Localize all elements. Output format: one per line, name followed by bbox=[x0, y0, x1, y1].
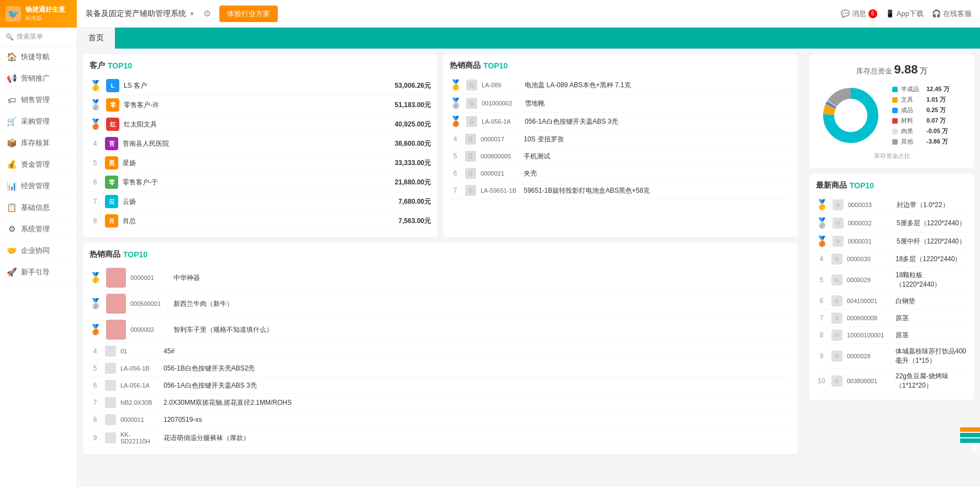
sidebar-search[interactable]: 🔍 搜索菜单 bbox=[0, 28, 77, 46]
chart-label: 库存资金占比 bbox=[818, 152, 966, 160]
product-img-small: G bbox=[831, 313, 842, 324]
product-code: 000800005 bbox=[481, 153, 519, 160]
float-cs-btn-0[interactable]: 客服热线 bbox=[960, 427, 980, 432]
product-image bbox=[106, 294, 126, 314]
customer-amount: 40,925.00元 bbox=[395, 120, 431, 129]
app-download-label: App下载 bbox=[897, 9, 924, 19]
product-code: 004100001 bbox=[847, 298, 891, 304]
legend-label: 其他 bbox=[901, 137, 923, 146]
customer-amount: 33,333.00元 bbox=[395, 158, 431, 168]
sidebar-item-销售管理[interactable]: 🏷销售管理 bbox=[0, 89, 77, 111]
hot-sales-row: 4 01 45# bbox=[89, 343, 791, 360]
product-img-small: G bbox=[831, 375, 842, 387]
product-name: 白钢垫 bbox=[895, 297, 968, 306]
product-code: 0000002 bbox=[130, 326, 169, 333]
product-code: 0000021 bbox=[481, 170, 519, 177]
bronze-medal-icon: 🥉 bbox=[450, 115, 462, 128]
product-code: 0000033 bbox=[848, 202, 892, 208]
customer-rank-row: 🥈 零 零售客户-许 51,183.00元 bbox=[89, 96, 431, 115]
legend-label: 文具 bbox=[901, 96, 923, 104]
rank-number: 7 bbox=[450, 185, 461, 196]
legend-label: 成品 bbox=[901, 106, 923, 114]
main-wrapper: 装备及固定资产辅助管理系统 ▼ ⚙ 体验行业方案 💬 消息 6 📱 App下载 … bbox=[77, 0, 980, 487]
hot-sales-row: 5 LA-056-1B 056-1B白色按键开关壳ABS2壳 bbox=[89, 360, 791, 377]
customer-rank-row: 5 星 星扬 33,333.00元 bbox=[89, 153, 431, 173]
message-item[interactable]: 💬 消息 6 bbox=[841, 9, 877, 19]
newest-product-row: 9 G 0000028 体城嘉枝味苏打饮品400毫升（1*15） bbox=[816, 344, 968, 369]
product-code: LA-089 bbox=[482, 82, 520, 88]
tab-home[interactable]: 首页 bbox=[77, 28, 115, 49]
sidebar-item-基础信息[interactable]: 📋基础信息 bbox=[0, 197, 77, 219]
hot-product-right-row: 🥉 G LA-056-1A 056-1A白色按键开关盖ABS 3壳 bbox=[450, 113, 791, 131]
product-code: KK-SD22110H bbox=[120, 431, 159, 444]
gold-medal-icon: 🥇 bbox=[89, 272, 102, 284]
sidebar-item-经营管理[interactable]: 📊经营管理 bbox=[0, 176, 77, 197]
hot-sales-row: 8 0000011 12070519-xs bbox=[89, 411, 791, 428]
app-download-item[interactable]: 📱 App下载 bbox=[886, 9, 924, 19]
float-cs-btn-2[interactable]: 直播 bbox=[960, 438, 980, 443]
gear-icon[interactable]: ⚙ bbox=[203, 8, 211, 19]
sidebar-item-企业协同[interactable]: 🤝企业协同 bbox=[0, 240, 77, 262]
customer-name: 肖总 bbox=[123, 216, 394, 226]
product-img-small: G bbox=[831, 253, 842, 264]
hot-product-right-row: 🥇 G LA-089 电池盖 LA-089 ABS本色+黑种 7.1克 bbox=[450, 76, 791, 94]
legend-label: 材料 bbox=[901, 117, 923, 125]
hot-sales-card: 热销商品 TOP10 🥇 0000001 中华神器 🥈 000500001 新西… bbox=[83, 243, 798, 454]
product-name: 电池盖 LA-089 ABS本色+黑种 7.1克 bbox=[525, 81, 791, 90]
customer-name: LS 客户 bbox=[124, 81, 391, 91]
rank-number: 8 bbox=[816, 330, 827, 341]
nav-icon: 🏷 bbox=[7, 96, 17, 105]
customer-amount: 51,183.00元 bbox=[395, 100, 431, 110]
sidebar-item-系统管理[interactable]: ⚙系统管理 bbox=[0, 219, 77, 240]
center-panels: 客户TOP10 🥇 L LS 客户 53,006.26元 🥈 零 零售客户-许 … bbox=[77, 49, 803, 487]
product-name: 12070519-xs bbox=[164, 416, 791, 424]
float-cs-btn-1[interactable]: 服务社区 bbox=[960, 433, 980, 437]
newest-product-row: 🥇 G 0000033 封边带（1.0*22） bbox=[816, 196, 968, 214]
nav-label: 快捷导航 bbox=[21, 52, 50, 62]
sidebar-item-采购管理[interactable]: 🛒采购管理 bbox=[0, 111, 77, 133]
legend-dot bbox=[892, 108, 898, 113]
product-img-small: G bbox=[833, 218, 844, 229]
inventory-card: 库存总资金 9.88 万 bbox=[809, 54, 974, 168]
sidebar-item-快捷导航[interactable]: 🏠快捷导航 bbox=[0, 46, 77, 68]
rank-number: 5 bbox=[89, 363, 101, 374]
customer-avatar: L bbox=[106, 79, 119, 92]
product-name: 22g鱼豆腐-烧烤味（1*12*20） bbox=[895, 372, 968, 390]
product-name: 雪地靴 bbox=[525, 99, 791, 108]
rank-number: 8 bbox=[89, 215, 101, 226]
nav-icon: 📋 bbox=[7, 203, 17, 213]
legend-label: 肉类 bbox=[901, 127, 923, 135]
product-img-small: G bbox=[833, 199, 844, 210]
page-tabs: 首页 bbox=[77, 28, 980, 49]
search-label: 搜索菜单 bbox=[17, 32, 43, 41]
rank-number: 4 bbox=[89, 346, 101, 357]
trial-button[interactable]: 体验行业方案 bbox=[219, 6, 278, 22]
legend-value: -0.05 万 bbox=[926, 127, 948, 135]
newest-products-title: 最新商品 TOP10 bbox=[816, 181, 968, 190]
nav-label: 新手引导 bbox=[21, 267, 50, 277]
customer-rank-row: 8 肖 肖总 7,563.00元 bbox=[89, 211, 431, 231]
product-img-placeholder bbox=[105, 397, 116, 408]
rank-number: 5 bbox=[816, 274, 827, 285]
hot-product-right-row: 7 G LA-59651-1B 59651-1B旋转投影灯电池盒ABS黑色+58… bbox=[450, 182, 791, 199]
customer-avatar: 红 bbox=[106, 118, 119, 131]
sidebar-item-营销推广[interactable]: 📢营销推广 bbox=[0, 68, 77, 89]
customer-avatar: 苔 bbox=[105, 137, 118, 150]
system-name-text: 装备及固定资产辅助管理系统 bbox=[86, 9, 186, 19]
nav-label: 企业协同 bbox=[21, 246, 50, 256]
sidebar-item-新手引导[interactable]: 🚀新手引导 bbox=[0, 262, 77, 283]
product-img-placeholder bbox=[105, 414, 116, 425]
rank-number: 4 bbox=[450, 134, 461, 145]
sidebar-item-库存核算[interactable]: 📦库存核算 bbox=[0, 133, 77, 154]
nav-icon: ⚙ bbox=[7, 224, 17, 234]
product-name: 10S 变扭罗孜 bbox=[524, 135, 791, 144]
sidebar-item-资金管理[interactable]: 💰资金管理 bbox=[0, 154, 77, 176]
online-service-item[interactable]: 🎧 在线客服 bbox=[932, 9, 972, 19]
product-img-placeholder bbox=[105, 346, 116, 357]
donut-chart bbox=[818, 82, 884, 149]
chevron-down-icon[interactable]: ▼ bbox=[189, 10, 195, 17]
legend-value: 0.25 万 bbox=[926, 106, 946, 114]
nav-label: 资金管理 bbox=[21, 160, 50, 170]
hot-sales-list: 🥇 0000001 中华神器 🥈 000500001 新西兰牛肉（新牛） 🥉 0… bbox=[89, 265, 791, 448]
legend-label: 半成品 bbox=[901, 85, 923, 93]
